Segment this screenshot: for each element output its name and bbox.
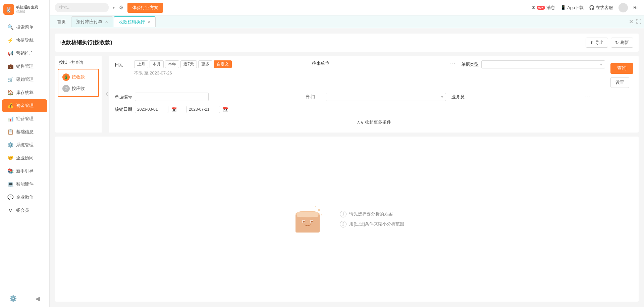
- sidebar-item-label: 销售管理: [16, 63, 34, 69]
- sidebar-bottom: ⚙️ ◀: [0, 290, 49, 307]
- logo-name: 畅捷通好生意: [16, 5, 38, 9]
- logo-area: 🐰 畅捷通好生意 标准版: [0, 0, 49, 19]
- date-btn-custom[interactable]: 自定义: [214, 60, 232, 68]
- date-label: 日期: [115, 60, 131, 68]
- verify-date-end-input[interactable]: [186, 106, 220, 113]
- sidebar-item-purchase[interactable]: 🛒 采购管理: [2, 73, 47, 86]
- topbar-gear-icon[interactable]: ⚙: [119, 4, 123, 11]
- doc-number-input[interactable]: [135, 93, 209, 101]
- prepay-tab-close-icon[interactable]: ✕: [105, 20, 108, 24]
- empty-hints: 1 请先选择要分析的方案 2 用[过滤]条件来缩小分析范围: [340, 211, 404, 227]
- message-icon: ✉: [532, 5, 535, 10]
- sidebar-item-search[interactable]: 🔍 搜索菜单: [2, 21, 47, 34]
- sidebar-item-quicknav[interactable]: ⚡ 快捷导航: [2, 34, 47, 47]
- sidebar-item-label: 营销推广: [16, 50, 34, 56]
- sidebar-item-label: 企业协同: [16, 155, 34, 161]
- filter-sidebar-title: 按以下方查询: [58, 60, 99, 65]
- filter-option-by-receivable[interactable]: ⏱ 按应收: [60, 83, 97, 94]
- message-label: 消息: [546, 5, 555, 11]
- logo-badge: 标准版: [16, 10, 38, 14]
- filter-options-box: 💲 按收款 ⏱ 按应收: [58, 69, 99, 97]
- receipt-icon: 💲: [62, 73, 70, 81]
- counterparty-dots[interactable]: ···: [449, 60, 456, 66]
- verify-date-end-calendar-icon[interactable]: 📅: [223, 107, 228, 112]
- sidebar-item-enterprise[interactable]: 🤝 企业协同: [2, 152, 47, 164]
- online-service-button[interactable]: 🎧 在线客服: [589, 5, 613, 11]
- filter-option-label: 按应收: [72, 86, 85, 92]
- tabbar-actions: ✕ ⛶: [629, 18, 641, 25]
- verify-date-label: 核销日期: [115, 106, 132, 112]
- svg-point-8: [315, 206, 316, 207]
- app-download-button[interactable]: 📱 App下载: [560, 5, 584, 11]
- receivable-tab-close-icon[interactable]: ✕: [148, 20, 151, 24]
- user-avatar[interactable]: [619, 3, 628, 12]
- sidebar-item-hardware[interactable]: 💻 智能硬件: [2, 178, 47, 191]
- topbar: 搜索... ▾ ⚙ 体验行业方案 ✉ 99+ 消息 📱 App下载 🎧 在线客服…: [50, 0, 644, 15]
- query-button[interactable]: 查询: [610, 63, 633, 74]
- salesperson-dots[interactable]: ···: [585, 94, 591, 100]
- doc-type-chevron-icon: ▾: [600, 62, 602, 67]
- salesperson-label: 业务员: [451, 94, 468, 100]
- search-box[interactable]: 搜索...: [55, 3, 109, 12]
- collapse-sidebar-icon[interactable]: ◀: [33, 293, 42, 304]
- sidebar-item-label: 资金管理: [16, 103, 34, 109]
- empty-svg: [289, 201, 326, 238]
- wechat-icon: 💬: [7, 194, 13, 200]
- sidebar-item-sales[interactable]: 💼 销售管理: [2, 60, 47, 73]
- headset-icon: 🎧: [589, 5, 594, 10]
- filter-option-label: 按收款: [72, 74, 85, 80]
- verify-date-start-calendar-icon[interactable]: 📅: [171, 107, 177, 112]
- tab-receivable[interactable]: 收款核销执行 ✕: [114, 16, 156, 27]
- sidebar-item-guide[interactable]: 📚 新手引导: [2, 165, 47, 177]
- sidebar-item-system[interactable]: ⚙️ 系统管理: [2, 139, 47, 151]
- sidebar-item-wechat[interactable]: 💬 企业微信: [2, 191, 47, 204]
- doc-type-label: 单据类型: [461, 61, 479, 67]
- empty-hint-2: 2 用[过滤]条件来缩小分析范围: [340, 221, 404, 227]
- search-menu-icon: 🔍: [7, 24, 13, 30]
- close-tab-icon[interactable]: ✕: [629, 18, 633, 25]
- app-download-label: App下载: [567, 5, 584, 11]
- date-btn-last-month[interactable]: 上月: [134, 60, 148, 68]
- sidebar-item-basic-info[interactable]: 📋 基础信息: [2, 125, 47, 138]
- date-btn-7days[interactable]: 近7天: [180, 60, 197, 68]
- user-name[interactable]: Rit: [633, 5, 639, 10]
- sidebar-item-label: 系统管理: [16, 142, 34, 148]
- collapse-more-icon: ∧∧: [357, 120, 364, 125]
- solution-button[interactable]: 体验行业方案: [127, 3, 163, 13]
- filter-option-by-receipt[interactable]: 💲 按收款: [60, 71, 97, 83]
- maximize-icon[interactable]: ⛶: [636, 19, 641, 25]
- tab-prepay[interactable]: 预付冲应付单 ✕: [71, 16, 113, 27]
- sidebar-item-member[interactable]: V 畅会员: [2, 204, 47, 217]
- sidebar-item-finance[interactable]: 💰 资金管理: [2, 99, 47, 112]
- verify-date-start-input[interactable]: [135, 106, 168, 113]
- receivable-icon: ⏱: [62, 85, 70, 92]
- settings-button[interactable]: 设置: [610, 77, 629, 88]
- settings-bottom-icon[interactable]: ⚙️: [7, 293, 19, 304]
- tab-home[interactable]: 首页: [52, 17, 70, 27]
- quick-nav-icon: ⚡: [7, 37, 13, 43]
- collapse-more-label: 收起更多条件: [365, 119, 391, 125]
- export-button[interactable]: ⬆ 导出: [586, 38, 608, 48]
- marketing-icon: 📢: [7, 50, 13, 56]
- home-tab-label: 首页: [57, 19, 66, 25]
- date-btn-this-month[interactable]: 本月: [150, 60, 164, 68]
- message-button[interactable]: ✉ 99+ 消息: [532, 5, 555, 11]
- guide-icon: 📚: [7, 168, 13, 174]
- collapse-more-button[interactable]: ∧∧ 收起更多条件: [115, 118, 633, 128]
- hint1-text: 请先选择要分析的方案: [349, 211, 393, 217]
- collapse-filter-button[interactable]: 《: [102, 56, 109, 133]
- sidebar-item-label: 智能硬件: [16, 181, 34, 187]
- tabbar: 首页 预付冲应付单 ✕ 收款核销执行 ✕ ✕ ⛶: [50, 15, 644, 28]
- svg-point-5: [303, 221, 305, 223]
- date-btn-this-year[interactable]: 本年: [165, 60, 179, 68]
- sidebar-item-operations[interactable]: 📊 经营管理: [2, 112, 47, 125]
- date-range-display: 不限 至 2023-07-26: [134, 70, 232, 76]
- refresh-button[interactable]: ↻ 刷新: [611, 38, 633, 48]
- topbar-chevron-icon[interactable]: ▾: [113, 5, 115, 10]
- date-btn-more[interactable]: 更多: [198, 60, 212, 68]
- counterparty-label: 往来单位: [312, 60, 329, 66]
- sidebar-item-inventory[interactable]: 🏠 库存核算: [2, 86, 47, 99]
- sidebar-item-marketing[interactable]: 📢 营销推广: [2, 47, 47, 60]
- topbar-right: ✉ 99+ 消息 📱 App下载 🎧 在线客服 Rit: [532, 3, 639, 12]
- sidebar-item-label: 搜索菜单: [16, 24, 34, 30]
